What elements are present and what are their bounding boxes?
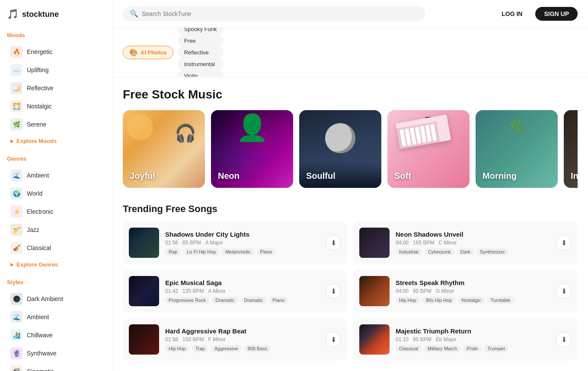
song-info-song4: Streets Speak Rhythm 04:00 95 BPM G Mino… (396, 279, 550, 304)
song-title-song3: Epic Musical Saga (165, 279, 320, 286)
song-duration: 01:56 (165, 240, 178, 246)
sidebar-item-energetic[interactable]: 🔥 Energetic (7, 43, 105, 61)
sidebar-label-cinematic: Cinematic (27, 368, 54, 371)
sidebar-moods-list: 🔥 Energetic ☁️ Uplifting 🌙 Reflective 🌅 … (7, 43, 105, 133)
song-thumbnail-song2 (359, 228, 390, 258)
signup-button[interactable]: SIGN UP (535, 7, 578, 21)
search-input[interactable] (142, 10, 419, 17)
sidebar-item-dark-ambient[interactable]: 🌑 Dark Ambient (7, 290, 105, 308)
logo-text: stocktune (22, 10, 59, 19)
search-box[interactable]: 🔍 (123, 6, 425, 21)
song-tag: Trumpet (484, 345, 508, 352)
song-card-song1[interactable]: Shadows Under City Lights 01:56 85 BPM A… (123, 222, 347, 264)
arrow-icon: ▶ (10, 139, 14, 143)
mood-card-soft[interactable]: 🎹 Soft (387, 110, 470, 188)
mood-card-instrumental[interactable]: Instrumental (564, 110, 578, 188)
tag-chip-instrumental[interactable]: Instrumental (178, 58, 224, 70)
explore-genres-link[interactable]: ▶ Explore Genres (7, 259, 105, 270)
ai-photos-chip[interactable]: 🎨 AI Photos (123, 46, 173, 59)
login-button[interactable]: LOG IN (493, 7, 531, 21)
mood-card-neon[interactable]: 👤 Neon (211, 110, 293, 188)
song-info-song2: Neon Shadows Unveil 04:00 165 BPM C Mino… (396, 231, 550, 255)
song-tags-song2: IndustrialCyberpunkDarkSynthesizer (396, 248, 550, 255)
sidebar-item-serene[interactable]: 🌿 Serene (7, 115, 105, 133)
sidebar-item-reflective[interactable]: 🌙 Reflective (7, 79, 105, 97)
tag-chip-reflective[interactable]: Reflective (178, 47, 224, 58)
moods-section-title: Moods (7, 32, 105, 38)
auth-buttons: LOG IN SIGN UP (493, 7, 578, 21)
sidebar-item-nostalgic[interactable]: 🌅 Nostalgic (7, 97, 105, 115)
download-button-song1[interactable]: ⬇ (326, 235, 341, 251)
dark-ambient-icon: 🌑 (10, 293, 22, 305)
arrow-icon: ▶ (10, 262, 14, 267)
song-tag: Aggressive (211, 345, 241, 352)
world-icon: 🌍 (10, 187, 22, 200)
cinematic-icon: 🎬 (10, 365, 22, 371)
main-content: 🔍 LOG IN SIGN UP 🎨 AI Photos PeacefulSyn… (112, 0, 588, 371)
tag-chip-free[interactable]: Free (178, 35, 224, 47)
mood-card-label-morning: Morning (483, 171, 517, 181)
sidebar-item-ambient-style[interactable]: 🌊 Ambient (7, 308, 105, 326)
mood-card-label-joyful: Joyful (130, 171, 155, 181)
tag-chip-spooky-funk[interactable]: Spooky Funk (178, 28, 224, 35)
song-tag: Classical (396, 345, 422, 352)
song-key: A Major (205, 240, 223, 246)
song-meta-song3: 01:42 135 BPM A Minor (165, 288, 320, 294)
song-title-song5: Hard Aggressive Rap Beat (165, 327, 320, 335)
sidebar-styles-list: 🌑 Dark Ambient 🌊 Ambient 🏄 Chillwave 🔮 S… (7, 290, 105, 371)
song-tag: Trap (192, 345, 208, 352)
song-title-song2: Neon Shadows Unveil (396, 231, 550, 238)
serene-icon: 🌿 (10, 118, 22, 130)
explore-moods-link[interactable]: ▶ Explore Moods (7, 135, 105, 147)
sidebar-item-electronic[interactable]: ⚡ Electronic (7, 203, 105, 221)
song-tag: Nostalgic (458, 297, 484, 304)
sidebar-label-world: World (27, 190, 42, 197)
song-card-song3[interactable]: Epic Musical Saga 01:42 135 BPM A Minor … (123, 270, 347, 312)
mood-card-joyful[interactable]: 🎧 Joyful (123, 110, 205, 188)
song-key: F Minor (208, 336, 226, 342)
sidebar-label-jazz: Jazz (27, 226, 39, 233)
sidebar-item-chillwave[interactable]: 🏄 Chillwave (7, 326, 105, 344)
sidebar-item-cinematic[interactable]: 🎬 Cinematic (7, 362, 105, 371)
sidebar-item-classical[interactable]: 🎻 Classical (7, 239, 105, 257)
ambient-style-icon: 🌊 (10, 311, 22, 323)
ai-photos-label: AI Photos (141, 49, 167, 56)
song-card-song2[interactable]: Neon Shadows Unveil 04:00 165 BPM C Mino… (353, 222, 578, 264)
song-tag: Piano (269, 297, 288, 304)
song-tags-song4: Hip Hop90s Hip HopNostalgicTurntable (396, 297, 550, 304)
sidebar-item-world[interactable]: 🌍 World (7, 184, 105, 203)
song-tag: Industrial (396, 248, 422, 255)
genres-section-title: Genres (7, 155, 105, 162)
mood-card-label-soulful: Soulful (306, 171, 336, 181)
content-area: Free Stock Music 🎧 Joyful 👤 Neon Soulful… (112, 77, 588, 371)
song-tags-song5: Hip HopTrapAggressive808 Bass (165, 345, 320, 352)
song-tag: Turntable (487, 297, 514, 304)
mood-card-soulful[interactable]: Soulful (299, 110, 381, 188)
download-button-song4[interactable]: ⬇ (556, 283, 572, 299)
download-button-song3[interactable]: ⬇ (326, 283, 341, 299)
song-tags-song1: RapLo Fi Hip HopMelancholicPiano (165, 248, 320, 255)
song-tag: Piano (257, 248, 276, 255)
mood-card-label-instrumental: Instrumental (571, 171, 578, 181)
song-card-song4[interactable]: Streets Speak Rhythm 04:00 95 BPM G Mino… (353, 270, 578, 312)
song-thumbnail-song3 (129, 276, 159, 306)
song-tag: Military March (424, 345, 460, 352)
song-tag: 90s Hip Hop (422, 297, 456, 304)
song-card-song5[interactable]: Hard Aggressive Rap Beat 01:58 150 BPM F… (123, 318, 347, 361)
sidebar-item-ambient[interactable]: 🌊 Ambient (7, 166, 105, 184)
sidebar-item-jazz[interactable]: 🎷 Jazz (7, 221, 105, 239)
song-info-song5: Hard Aggressive Rap Beat 01:58 150 BPM F… (165, 327, 320, 352)
logo[interactable]: 🎵 stocktune (7, 9, 105, 20)
download-button-song2[interactable]: ⬇ (556, 235, 572, 251)
song-title-song1: Shadows Under City Lights (165, 231, 320, 238)
song-card-song6[interactable]: Majestic Triumph Return 01:10 95 BPM Eb … (353, 318, 578, 361)
sidebar-item-synthwave[interactable]: 🔮 Synthwave (7, 344, 105, 362)
mood-card-morning[interactable]: 🌿 Morning (476, 110, 558, 188)
download-button-song6[interactable]: ⬇ (556, 332, 572, 347)
sidebar-item-uplifting[interactable]: ☁️ Uplifting (7, 61, 105, 79)
sidebar-label-dark-ambient: Dark Ambient (27, 295, 63, 302)
tag-chip-violin[interactable]: Violin (178, 70, 224, 78)
download-button-song5[interactable]: ⬇ (326, 332, 341, 347)
song-info-song1: Shadows Under City Lights 01:56 85 BPM A… (165, 231, 320, 255)
mood-card-label-neon: Neon (218, 171, 240, 181)
